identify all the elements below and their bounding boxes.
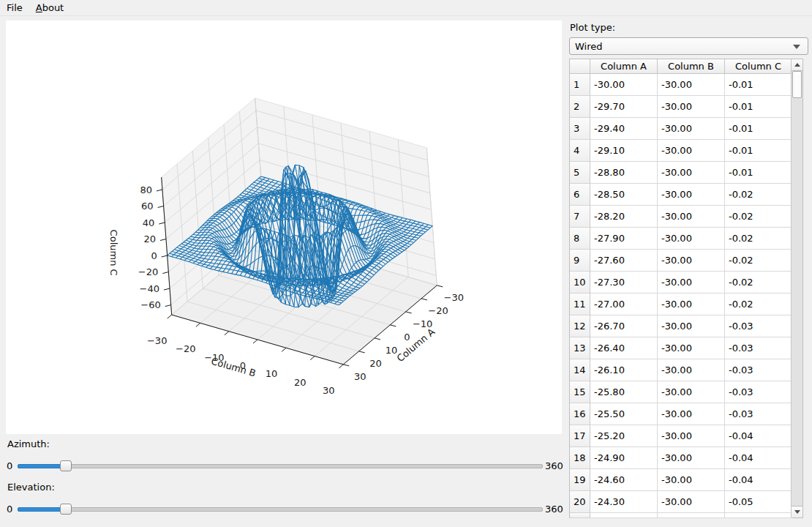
- row-number[interactable]: 19: [570, 469, 590, 491]
- cell-column-c[interactable]: -0.04: [725, 469, 792, 491]
- elevation-slider[interactable]: [18, 504, 541, 515]
- cell-column-b[interactable]: -30.00: [658, 294, 725, 315]
- column-header-2[interactable]: Column C: [725, 59, 792, 74]
- row-number[interactable]: 5: [570, 162, 590, 184]
- cell-column-a[interactable]: -29.70: [590, 96, 658, 118]
- cell-column-c[interactable]: -0.01: [725, 118, 792, 140]
- row-number[interactable]: 2: [570, 96, 590, 118]
- cell-column-a[interactable]: -27.00: [590, 294, 658, 315]
- cell-column-c[interactable]: -0.05: [725, 491, 792, 513]
- cell-column-c[interactable]: -0.02: [725, 228, 792, 250]
- slider-track[interactable]: [18, 464, 543, 468]
- row-number[interactable]: 14: [570, 359, 590, 381]
- cell-column-c[interactable]: -0.03: [725, 337, 792, 359]
- cell-column-a[interactable]: -26.70: [590, 315, 658, 337]
- cell-column-a[interactable]: -26.40: [590, 337, 658, 359]
- cell-column-c[interactable]: -0.02: [725, 184, 792, 206]
- cell-column-a[interactable]: -25.50: [590, 403, 658, 425]
- column-header-0[interactable]: Column A: [590, 59, 658, 74]
- cell-column-b[interactable]: -30.00: [658, 250, 725, 272]
- cell-column-c[interactable]: -0.01: [725, 162, 792, 184]
- svg-text:20: 20: [294, 377, 307, 388]
- slider-handle[interactable]: [60, 460, 72, 471]
- cell-column-a[interactable]: -28.20: [590, 206, 658, 228]
- cell-column-a[interactable]: -25.20: [590, 425, 658, 447]
- cell-column-a[interactable]: -28.50: [590, 184, 658, 206]
- cell-column-a[interactable]: -27.60: [590, 250, 658, 272]
- slider-handle[interactable]: [60, 504, 72, 515]
- plot-type-select[interactable]: Wired: [569, 37, 808, 55]
- cell-column-b[interactable]: -30.00: [658, 228, 725, 250]
- row-number[interactable]: 15: [570, 381, 590, 403]
- cell-column-b[interactable]: -30.00: [658, 118, 725, 140]
- cell-column-c[interactable]: -0.04: [725, 425, 792, 447]
- slider-track[interactable]: [18, 507, 543, 512]
- cell-column-a[interactable]: -30.00: [590, 74, 658, 96]
- svg-text:−20: −20: [176, 343, 195, 354]
- cell-column-c[interactable]: -0.04: [725, 447, 792, 469]
- row-number[interactable]: 6: [570, 184, 590, 206]
- scroll-up-button[interactable]: [792, 59, 802, 71]
- column-header-1[interactable]: Column B: [658, 59, 725, 74]
- cell-column-c[interactable]: -0.02: [725, 294, 792, 315]
- cell-column-a[interactable]: -26.10: [590, 359, 658, 381]
- cell-column-a[interactable]: -29.40: [590, 118, 658, 140]
- row-number[interactable]: 18: [570, 447, 590, 469]
- menu-item-file[interactable]: File: [0, 0, 29, 15]
- cell-column-b[interactable]: -30.00: [658, 74, 725, 96]
- cell-column-a[interactable]: -28.80: [590, 162, 658, 184]
- cell-column-b[interactable]: -30.00: [658, 206, 725, 228]
- cell-column-b[interactable]: -30.00: [658, 337, 725, 359]
- row-number[interactable]: 7: [570, 206, 590, 228]
- cell-column-a[interactable]: -27.90: [590, 228, 658, 250]
- cell-column-b[interactable]: -30.00: [658, 359, 725, 381]
- cell-column-b[interactable]: -30.00: [658, 447, 725, 469]
- cell-column-c[interactable]: -0.02: [725, 272, 792, 294]
- row-number[interactable]: 10: [570, 272, 590, 294]
- cell-column-a[interactable]: -25.80: [590, 381, 658, 403]
- row-number[interactable]: 4: [570, 140, 590, 162]
- cell-column-b[interactable]: -30.00: [658, 381, 725, 403]
- table-corner[interactable]: [570, 59, 590, 74]
- row-number[interactable]: 17: [570, 425, 590, 447]
- row-number[interactable]: 11: [570, 294, 590, 315]
- cell-column-a[interactable]: -27.30: [590, 272, 658, 294]
- cell-column-b[interactable]: -30.00: [658, 140, 725, 162]
- cell-column-b[interactable]: -30.00: [658, 162, 725, 184]
- cell-column-a[interactable]: -24.30: [590, 491, 658, 513]
- cell-column-b[interactable]: -30.00: [658, 315, 725, 337]
- table-scrollbar[interactable]: [791, 59, 802, 517]
- row-number[interactable]: 20: [570, 491, 590, 513]
- cell-column-c[interactable]: -0.03: [725, 403, 792, 425]
- cell-column-a[interactable]: -24.60: [590, 469, 658, 491]
- cell-column-a[interactable]: -24.90: [590, 447, 658, 469]
- row-number[interactable]: 13: [570, 337, 590, 359]
- cell-column-c[interactable]: -0.02: [725, 250, 792, 272]
- cell-column-b[interactable]: -30.00: [658, 272, 725, 294]
- cell-column-c[interactable]: -0.03: [725, 315, 792, 337]
- menu-item-about[interactable]: About: [29, 0, 70, 15]
- cell-column-b[interactable]: -30.00: [658, 403, 725, 425]
- cell-column-c[interactable]: -0.01: [725, 74, 792, 96]
- cell-column-b[interactable]: -30.00: [658, 425, 725, 447]
- cell-column-b[interactable]: -30.00: [658, 491, 725, 513]
- cell-column-c[interactable]: -0.03: [725, 359, 792, 381]
- cell-column-b[interactable]: -30.00: [658, 469, 725, 491]
- row-number[interactable]: 3: [570, 118, 590, 140]
- row-number[interactable]: 9: [570, 250, 590, 272]
- cell-column-b[interactable]: -30.00: [658, 184, 725, 206]
- cell-column-c[interactable]: -0.01: [725, 96, 792, 118]
- cell-column-c[interactable]: -0.01: [725, 140, 792, 162]
- table-row: 5-28.80-30.00-0.01: [570, 162, 802, 184]
- row-number[interactable]: 12: [570, 315, 590, 337]
- row-number[interactable]: 1: [570, 74, 590, 96]
- row-number[interactable]: 8: [570, 228, 590, 250]
- cell-column-c[interactable]: -0.03: [725, 381, 792, 403]
- cell-column-b[interactable]: -30.00: [658, 96, 725, 118]
- azimuth-slider[interactable]: [18, 460, 541, 471]
- scrollbar-thumb[interactable]: [792, 71, 802, 98]
- row-number[interactable]: 16: [570, 403, 590, 425]
- scroll-down-button[interactable]: [792, 506, 802, 517]
- cell-column-c[interactable]: -0.02: [725, 206, 792, 228]
- cell-column-a[interactable]: -29.10: [590, 140, 658, 162]
